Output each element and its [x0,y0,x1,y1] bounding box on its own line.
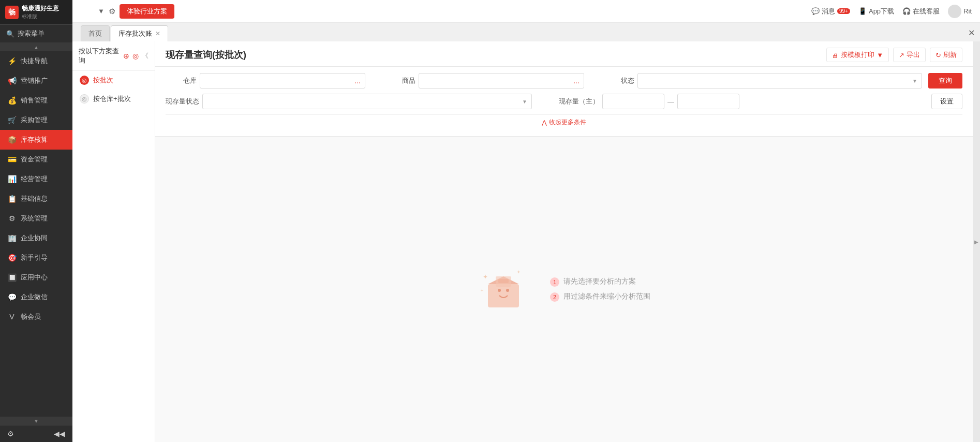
svg-rect-3 [498,279,509,283]
sidebar-scroll-down[interactable]: ▼ [0,417,72,425]
svg-point-5 [506,289,509,292]
app-download-btn[interactable]: 📱 App下载 [858,7,894,16]
sidebar-nav: ⚡ 快捷导航 📢 营销推广 💰 销售管理 🛒 采购管理 📦 库存核算 💳 [0,51,72,417]
marketing-icon: 📢 [7,76,17,85]
user-menu[interactable]: Rit [948,5,972,18]
tip2-num: 2 [550,292,559,302]
sidebar-item-app-center[interactable]: 🔲 应用中心 [0,268,72,287]
inventory-qty-min-input[interactable] [602,94,664,109]
main-content: ▼ ⚙ 体验行业方案 💬 消息 99+ 📱 App下载 🎧 在线客服 [72,0,980,442]
sidebar-item-label: 销售管理 [21,96,48,105]
sidebar-item-finance[interactable]: 💳 资金管理 [0,150,72,169]
inventory-status-arrow-icon: ▼ [522,99,527,105]
experience-btn[interactable]: 体验行业方案 [120,4,174,19]
page-title: 现存量查询(按批次) [166,49,246,61]
scheme-collapse-icon[interactable]: 《 [142,51,149,61]
settings-button[interactable]: 设置 [931,94,962,109]
svg-text:✦: ✦ [516,269,521,275]
sidebar-item-label: 系统管理 [21,214,48,223]
empty-state: ✦ ✦ ✦ 1 请先选择要分析的方案 2 用过滤条件来缩小分析范围 [155,137,973,442]
sidebar-item-system[interactable]: ⚙ 系统管理 [0,209,72,228]
status-select-arrow-icon: ▼ [912,78,917,84]
warehouse-field: 仓库 ... [166,73,378,89]
sidebar-item-operations[interactable]: 📊 经营管理 [0,169,72,189]
collapse-sidebar-icon[interactable]: ◀◀ [54,430,65,438]
sidebar-item-basic[interactable]: 📋 基础信息 [0,189,72,209]
scheme-panel: 按以下方案查询 ⊕ ◎ 《 ◎ 按批次 ◎ 按仓库+批次 [72,41,155,442]
export-btn[interactable]: ↗ 导出 [893,48,926,62]
topbar-dropdown[interactable]: ▼ [81,7,105,15]
tab-close-icon[interactable]: ✕ [155,30,160,37]
warehouse-input[interactable]: ... [200,73,365,89]
sidebar-item-label: 经营管理 [21,174,48,184]
basic-icon: 📋 [7,194,17,203]
scheme-item-by-warehouse-batch-label: 按仓库+批次 [93,94,131,104]
inventory-qty-max-input[interactable] [677,94,739,109]
filter-area: 仓库 ... 商品 ... [155,67,973,137]
avatar [948,5,961,18]
topbar: ▼ ⚙ 体验行业方案 💬 消息 99+ 📱 App下载 🎧 在线客服 [72,0,980,23]
sidebar-item-sales[interactable]: 💰 销售管理 [0,91,72,110]
sidebar-item-purchase[interactable]: 🛒 采购管理 [0,110,72,130]
sidebar-search[interactable]: 🔍 搜索菜单 [0,25,72,43]
sidebar-item-marketing[interactable]: 📢 营销推广 [0,71,72,91]
product-dots-icon[interactable]: ... [573,77,580,85]
print-icon: 🖨 [832,51,839,59]
page-header: 现存量查询(按批次) 🖨 按模板打印 ▼ ↗ 导出 ↻ [155,41,973,67]
app-download-label: App下载 [869,7,894,16]
inventory-status-select[interactable]: ▼ [202,94,532,109]
collapse-row[interactable]: ⋀ 收起更多条件 [166,114,962,130]
collapse-label: 收起更多条件 [549,118,586,127]
tab-inventory-batch[interactable]: 库存批次账 ✕ [111,25,168,41]
export-label: 导出 [907,50,920,60]
topbar-gear-icon[interactable]: ⚙ [109,7,115,16]
settings-icon[interactable]: ⚙ [7,430,14,438]
inventory-status-label: 现存量状态 [166,97,199,106]
tab-home[interactable]: 首页 [81,25,110,41]
system-icon: ⚙ [7,214,17,223]
scheme-header: 按以下方案查询 ⊕ ◎ 《 [72,41,155,71]
sidebar-item-inventory[interactable]: 📦 库存核算 [0,130,72,150]
status-select[interactable]: ▼ [637,73,922,89]
chevron-up-icon: ⋀ [542,119,547,126]
refresh-btn[interactable]: ↻ 刷新 [930,48,962,62]
query-button[interactable]: 查询 [928,73,962,89]
warehouse-dots-icon[interactable]: ... [354,77,361,85]
sidebar-item-label: 应用中心 [21,273,48,282]
tab-panel-close-icon[interactable]: ✕ [968,28,975,38]
tip2-text: 用过滤条件来缩小分析范围 [563,292,650,301]
page-area: 按以下方案查询 ⊕ ◎ 《 ◎ 按批次 ◎ 按仓库+批次 [72,41,980,442]
sidebar-item-label: 资金管理 [21,155,48,164]
member-icon: V [7,312,17,321]
scheme-settings-icon[interactable]: ◎ [132,52,139,60]
online-service-btn[interactable]: 🎧 在线客服 [902,7,940,16]
message-icon: 💬 [811,7,820,15]
warehouse-label: 仓库 [166,76,197,85]
content-area: 现存量查询(按批次) 🖨 按模板打印 ▼ ↗ 导出 ↻ [155,41,973,442]
sidebar-item-newbie[interactable]: 🎯 新手引导 [0,248,72,268]
print-btn[interactable]: 🖨 按模板打印 ▼ [826,48,889,62]
sidebar-item-wechat[interactable]: 💬 企业微信 [0,287,72,307]
message-btn[interactable]: 💬 消息 99+ [811,7,850,16]
message-badge: 99+ [837,8,850,14]
sales-icon: 💰 [7,96,17,105]
scheme-add-icon[interactable]: ⊕ [123,52,129,60]
scheme-item-by-batch[interactable]: ◎ 按批次 [72,71,155,90]
scheme-header-actions: ⊕ ◎ 《 [123,51,149,61]
inventory-qty-label: 现存量（主） [559,97,599,106]
product-label: 商品 [384,76,415,85]
sidebar-header: 畅 畅康通好生意 标准版 [0,0,72,25]
scheme-item-by-warehouse-batch[interactable]: ◎ 按仓库+批次 [72,90,155,108]
sidebar-item-quick-nav[interactable]: ⚡ 快捷导航 [0,51,72,71]
refresh-icon: ↻ [936,51,941,59]
sidebar-item-member[interactable]: V 畅会员 [0,307,72,327]
product-input[interactable]: ... [419,73,584,89]
sidebar-scroll-up[interactable]: ▲ [0,43,72,51]
right-sidebar-toggle[interactable]: ▶ [973,41,980,442]
sidebar-item-label: 基础信息 [21,194,48,203]
scheme-header-title: 按以下方案查询 [79,47,123,65]
sidebar-item-label: 快捷导航 [21,56,48,66]
inventory-qty-field: 现存量（主） — [559,94,925,109]
sidebar-item-enterprise[interactable]: 🏢 企业协同 [0,228,72,248]
empty-illustration: ✦ ✦ ✦ [478,263,529,315]
